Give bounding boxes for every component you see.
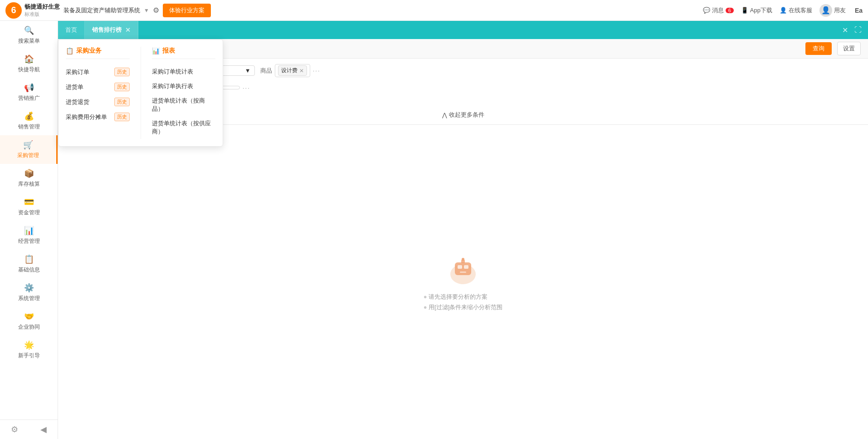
tab-close-icon[interactable]: ✕ [125,26,131,34]
svg-rect-4 [460,271,466,273]
marketing-icon: 📢 [24,83,34,93]
empty-text: 请先选择要分析的方案 用[过滤]条件来缩小分析范围 [424,291,503,313]
sidebar-label-search: 搜索菜单 [18,37,40,45]
operation-icon: 📊 [24,226,34,236]
sidebar-item-guide[interactable]: 🌟 新手引导 [0,335,58,364]
sidebar-label-operation: 经营管理 [18,237,40,245]
enterprise-icon: 🤝 [24,311,34,321]
business-title: 📋 采购业务 [66,47,130,59]
sys-gear-icon[interactable]: ⚙ [153,6,159,15]
sidebar-item-search[interactable]: 🔍 搜索菜单 [0,21,58,49]
app-download-label: App下载 [750,6,772,15]
sidebar-item-enterprise[interactable]: 🤝 企业协同 [0,307,58,335]
sys-dropdown-icon[interactable]: ▼ [144,7,149,14]
notification-badge: 6 [726,8,734,13]
goods-tag: 设计费 ✕ [278,65,307,76]
menu-item-purchase-order[interactable]: 采购订单 历史 [66,64,130,79]
sales-icon: 💰 [24,111,34,121]
tab-home[interactable]: 首页 [58,21,85,39]
app-icon: 📱 [741,7,748,14]
tab-bar-controls: ✕ ⛶ [839,24,868,36]
menu-item-incoming[interactable]: 进货单 历史 [66,79,130,94]
report-title: 📊 报表 [152,47,216,59]
collapse-btn[interactable]: ⋀ 收起更多条件 [442,111,484,119]
home-icon: 🏠 [24,54,34,64]
sidebar-label-purchase: 采购管理 [17,152,39,159]
sidebar-item-purchase[interactable]: 🛒 采购管理 [0,135,58,164]
logo-title: 畅捷通好生意 [24,3,60,11]
sidebar-item-operation[interactable]: 📊 经营管理 [0,221,58,250]
notification-label: 消息 [712,6,724,15]
sidebar-bottom: ⚙ ◀ [0,419,58,439]
business-icon: 📋 [66,47,73,54]
guide-icon: 🌟 [24,340,34,350]
tab-home-label: 首页 [65,26,77,34]
tab-close-all-btn[interactable]: ✕ [839,24,851,36]
goods-filter: 商品 设计费 ✕ ··· [260,64,321,77]
history-badge-0: 历史 [114,68,130,76]
collapse-icon: ⋀ [442,112,447,118]
sidebar-item-stock[interactable]: 📦 库存核算 [0,164,58,192]
goods-input[interactable]: 设计费 ✕ [275,64,310,77]
logo-area: 6 畅捷通好生意 标准版 [5,2,63,19]
sidebar-item-finance[interactable]: 💳 资金管理 [0,192,58,221]
topbar-right: 💬 消息 6 📱 App下载 👤 在线客服 👤 用友 Ea [703,4,863,17]
sys-name: 装备及固定资产辅助管理系统 [63,6,140,15]
sidebar-label-sales: 销售管理 [18,123,40,131]
purchase-icon: 🛒 [23,140,33,150]
svg-rect-3 [464,265,468,269]
sidebar-item-sales[interactable]: 💰 销售管理 [0,107,58,135]
doc-status-dropdown-icon: ▼ [245,67,251,74]
sidebar-item-basic[interactable]: 📋 基础信息 [0,250,58,278]
settings-btn[interactable]: 设置 [837,42,861,55]
sidebar-label-guide: 新手引导 [18,352,40,360]
sys-info: 装备及固定资产辅助管理系统 ▼ ⚙ 体验行业方案 [63,4,703,17]
tab-sales-ranking-label: 销售排行榜 [92,26,122,34]
sidebar-label-enterprise: 企业协同 [18,323,40,331]
menu-item-expense[interactable]: 采购费用分摊单 历史 [66,109,130,124]
svg-rect-1 [455,262,471,275]
sidebar-collapse-icon[interactable]: ◀ [40,424,47,434]
svg-rect-2 [458,265,462,269]
topbar: 6 畅捷通好生意 标准版 装备及固定资产辅助管理系统 ▼ ⚙ 体验行业方案 💬 … [0,0,868,21]
user-label: 用友 [834,6,846,15]
salesperson-more-dots[interactable]: ··· [243,84,250,91]
stock-icon: 📦 [24,168,34,178]
avatar: 👤 [819,4,832,17]
logo-text: 畅捷通好生意 标准版 [24,3,60,18]
sidebar-label-stock: 库存核算 [18,180,40,188]
sidebar-settings-icon[interactable]: ⚙ [11,424,18,434]
history-badge-1: 历史 [114,83,130,91]
tab-bar: 首页 销售排行榜 ✕ ✕ ⛶ [58,21,868,39]
query-btn[interactable]: 查询 [805,42,832,55]
menu-item-order-exec[interactable]: 采购订单执行表 [152,79,216,94]
menu-item-incoming-stat-goods[interactable]: 进货单统计表（按商品） [152,94,216,116]
goods-tag-label: 设计费 [281,67,297,74]
online-service-label: 在线客服 [789,6,812,15]
sidebar-item-marketing[interactable]: 📢 营销推广 [0,78,58,107]
tab-fullscreen-btn[interactable]: ⛶ [852,24,864,36]
service-icon: 👤 [780,7,787,14]
notification-icon: 💬 [703,7,710,14]
history-badge-2: 历史 [114,98,130,106]
goods-more-dots[interactable]: ··· [313,67,321,74]
empty-hint-1: 请先选择要分析的方案 [424,291,503,302]
menu-item-return[interactable]: 进货退货 历史 [66,94,130,109]
tab-sales-ranking[interactable]: 销售排行榜 ✕ [85,21,138,39]
notification-btn[interactable]: 💬 消息 6 [703,6,734,15]
toolbar-query-area: 查询 设置 [805,42,861,55]
sidebar-item-system[interactable]: ⚙️ 系统管理 [0,278,58,307]
goods-tag-close[interactable]: ✕ [299,68,304,74]
content-area: 请先选择要分析的方案 用[过滤]条件来缩小分析范围 [58,125,868,439]
collapse-label: 收起更多条件 [449,111,484,119]
svg-point-6 [462,258,464,261]
menu-item-order-stat[interactable]: 采购订单统计表 [152,64,216,79]
sidebar-label-quick-nav: 快捷导航 [18,66,40,74]
industry-btn[interactable]: 体验行业方案 [163,4,211,17]
online-service-btn[interactable]: 👤 在线客服 [780,6,812,15]
app-download-btn[interactable]: 📱 App下载 [741,6,772,15]
sidebar-item-quick-nav[interactable]: 🏠 快捷导航 [0,49,58,78]
menu-item-incoming-stat-supplier[interactable]: 进货单统计表（按供应商） [152,116,216,139]
sidebar-label-basic: 基础信息 [18,266,40,274]
user-btn[interactable]: 👤 用友 [819,4,846,17]
